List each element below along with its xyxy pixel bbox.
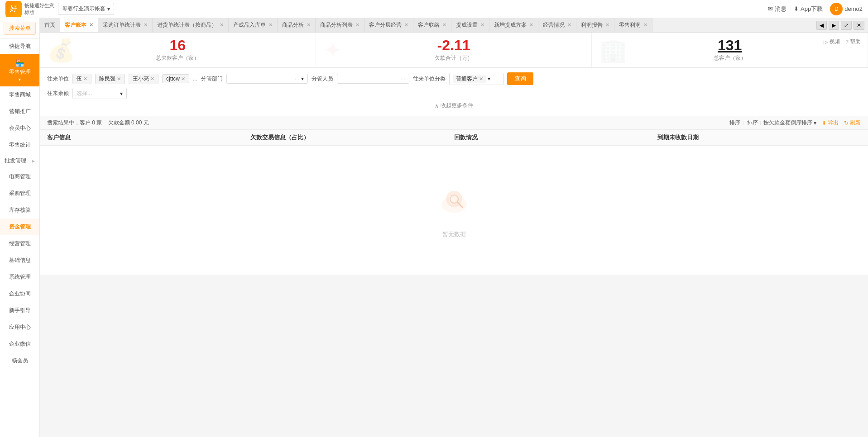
stat-total-debt-customers: 💰 16 总欠款客户（家） [40, 33, 316, 67]
tab-product-analysis[interactable]: 商品分析 ✕ [278, 18, 316, 33]
filter-more-btn[interactable]: ... [193, 76, 197, 82]
company-tag-cjttcw-close[interactable]: ✕ [181, 76, 185, 82]
top-header: 好 畅捷通好生意 标版 母婴行业演示帐套 ▾ ✉ 消息 ⬇ App下载 D de… [0, 0, 868, 18]
sidebar-item-sys-mgmt[interactable]: 系统管理 [0, 269, 39, 285]
company-tag-chen[interactable]: 陈民强 ✕ [95, 74, 125, 84]
balance-select[interactable]: 选择... ▾ [72, 88, 127, 99]
category-tag-normal[interactable]: 普通客户 ✕ [453, 75, 486, 83]
tab-close-purchase-orders[interactable]: ✕ [144, 22, 148, 28]
tab-profit-report[interactable]: 利润报告 ✕ [576, 18, 614, 33]
person-select[interactable]: ··· [337, 74, 409, 84]
tab-close-profit-report[interactable]: ✕ [605, 22, 609, 28]
tab-promotion-setup[interactable]: 提成设置 ✕ [451, 18, 489, 33]
tab-close-customer-balance[interactable]: ✕ [89, 22, 93, 28]
stat-bg-icon-1: 💰 [47, 37, 75, 63]
sidebar-item-wholesale[interactable]: 批发管理 ▶ [0, 153, 39, 168]
sidebar-item-new-guide[interactable]: 新手引导 [0, 302, 39, 319]
category-tag-normal-close[interactable]: ✕ [479, 76, 483, 82]
tab-bar-extra: ◀ ▶ ⤢ ✕ [816, 21, 868, 30]
company-tag-chen-close[interactable]: ✕ [117, 76, 121, 82]
company-category-select[interactable]: 普通客户 ✕ ▾ [449, 73, 504, 85]
help-btn[interactable]: ? 帮助 [845, 38, 861, 46]
category-chevron: ▾ [488, 76, 490, 82]
sidebar-item-retail-mgmt[interactable]: 🏪 零售管理 ▾ [0, 54, 39, 86]
sidebar-item-marketing[interactable]: 营销推广 [0, 103, 39, 120]
search-menu-btn[interactable]: 搜索菜单 [4, 22, 36, 35]
tab-close-all-btn[interactable]: ✕ [854, 21, 864, 30]
sidebar-item-retail-shop[interactable]: 零售商城 [0, 86, 39, 103]
company-tag-wang-close[interactable]: ✕ [150, 76, 154, 82]
tab-close-business-status[interactable]: ✕ [567, 22, 571, 28]
tab-nav-prev[interactable]: ◀ [816, 21, 827, 30]
messages-btn[interactable]: ✉ 消息 [768, 5, 786, 13]
tab-close-customer-contact[interactable]: ✕ [442, 22, 446, 28]
tab-close-promotion-setup[interactable]: ✕ [480, 22, 484, 28]
sort-btn[interactable]: 排序： 排序：按欠款金额倒序排序 ▾ [729, 119, 816, 127]
person-select-more: ··· [401, 76, 405, 82]
tab-home[interactable]: 首页 [40, 18, 60, 33]
export-btn[interactable]: ⬇ 导出 [822, 119, 839, 127]
video-btn[interactable]: ▷ 视频 [824, 38, 840, 46]
sidebar-quick-nav[interactable]: 快捷导航 [0, 39, 39, 54]
export-icon: ⬇ [822, 120, 826, 126]
tab-maximize-btn[interactable]: ⤢ [841, 21, 852, 30]
collapse-btn[interactable]: ∧ 收起更多条件 [435, 102, 473, 109]
account-dropdown[interactable]: 母婴行业演示帐套 ▾ [58, 3, 114, 15]
company-tag-wu[interactable]: 伍 ✕ [72, 74, 91, 84]
sidebar-item-member[interactable]: 会员中心 [0, 120, 39, 137]
tab-inventory-stats[interactable]: 进货单统计表（按商品） ✕ [153, 18, 229, 33]
tab-close-product-entry[interactable]: ✕ [269, 22, 273, 28]
sidebar-item-app-center[interactable]: 应用中心 [0, 319, 39, 336]
tab-purchase-orders[interactable]: 采购订单统计表 ✕ [98, 18, 153, 33]
app-download-btn[interactable]: ⬇ App下载 [794, 5, 823, 13]
company-tag-cjttcw[interactable]: cjttcw ✕ [162, 74, 189, 83]
sidebar-item-vip-member[interactable]: 畅会员 [0, 352, 39, 369]
sidebar-item-ecommerce[interactable]: 电商管理 [0, 168, 39, 185]
tab-close-product-analysis[interactable]: ✕ [307, 22, 311, 28]
data-table: 客户信息 欠款交易信息（占比） 回款情况 到期未收款日期 [40, 130, 868, 275]
sidebar-item-finance[interactable]: 资金管理 [0, 218, 39, 235]
balance-filter-label: 往来余额 [47, 90, 69, 97]
sort-label-prefix: 排序： [729, 119, 746, 127]
logo-icon: 好 [5, 1, 22, 17]
stat-bg-icon-3: 🏢 [599, 37, 627, 63]
tab-bar: 首页 客户账本 ✕ 采购订单统计表 ✕ 进货单统计表（按商品） ✕ 产成品入库单… [40, 18, 868, 33]
tab-close-inventory-stats[interactable]: ✕ [220, 22, 224, 28]
page-content: 💰 16 总欠款客户（家） ✦ -2.11 欠款合计（万） 🏢 131 总客户（… [40, 33, 868, 437]
person-filter-label: 分管人员 [312, 75, 333, 83]
sidebar-item-purchase[interactable]: 采购管理 [0, 185, 39, 202]
company-tag-wu-close[interactable]: ✕ [83, 76, 87, 82]
sidebar-item-operation[interactable]: 经营管理 [0, 235, 39, 252]
sidebar-item-corp-coop[interactable]: 企业协同 [0, 285, 39, 302]
balance-select-placeholder: 选择... [77, 90, 118, 97]
tab-product-analysis-list[interactable]: 商品分析列表 ✕ [316, 18, 364, 33]
sidebar-item-retail-stats[interactable]: 零售统计 [0, 137, 39, 153]
tab-product-entry[interactable]: 产成品入库单 ✕ [229, 18, 278, 33]
tab-customer-balance[interactable]: 客户账本 ✕ [60, 18, 98, 33]
logo-text: 畅捷通好生意 标版 [24, 2, 54, 15]
tab-nav-next[interactable]: ▶ [829, 21, 839, 30]
sidebar-item-enterprise-wx[interactable]: 企业微信 [0, 336, 39, 352]
tab-close-product-analysis-list[interactable]: ✕ [355, 22, 360, 28]
stat-value-total-customers: 16 [170, 38, 186, 52]
stat-value-total-debt: -2.11 [437, 38, 470, 52]
dept-select-more: ··· [295, 76, 299, 82]
stats-bar: 💰 16 总欠款客户（家） ✦ -2.11 欠款合计（万） 🏢 131 总客户（… [40, 33, 868, 68]
tab-close-retail-profit[interactable]: ✕ [643, 22, 647, 28]
tab-retail-profit[interactable]: 零售利润 ✕ [614, 18, 652, 33]
refresh-btn[interactable]: ↻ 刷新 [844, 119, 861, 127]
company-tag-wang[interactable]: 王小亮 ✕ [129, 74, 158, 84]
sidebar-item-inventory[interactable]: 库存核算 [0, 202, 39, 218]
tab-close-customer-tier[interactable]: ✕ [404, 22, 408, 28]
sidebar-item-basic-info[interactable]: 基础信息 [0, 252, 39, 269]
help-icon: ? [845, 39, 849, 45]
query-btn[interactable]: 查询 [507, 72, 533, 85]
dept-select[interactable]: ··· ▾ [226, 74, 308, 84]
avatar: D [830, 3, 843, 15]
tab-add-promotion-plan[interactable]: 新增提成方案 ✕ [489, 18, 538, 33]
user-menu[interactable]: D demo2 [830, 3, 863, 15]
tab-business-status[interactable]: 经营情况 ✕ [538, 18, 576, 33]
tab-customer-tier[interactable]: 客户分层经营 ✕ [364, 18, 413, 33]
tab-close-add-promotion-plan[interactable]: ✕ [529, 22, 533, 28]
tab-customer-contact[interactable]: 客户联络 ✕ [413, 18, 451, 33]
